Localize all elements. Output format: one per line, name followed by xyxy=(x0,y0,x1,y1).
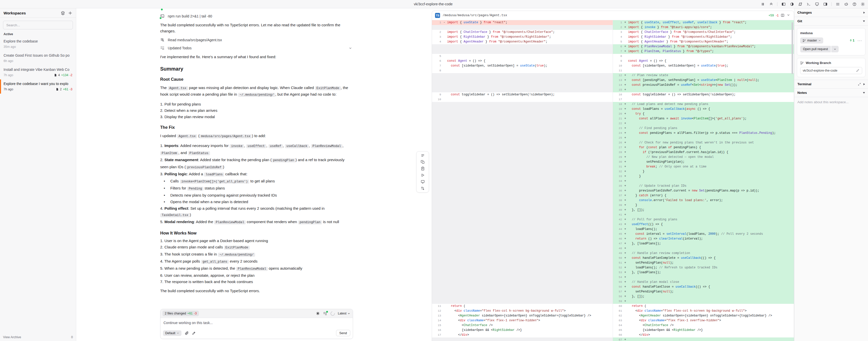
megaphone-icon[interactable] xyxy=(844,2,848,6)
titlebar: vk/3ccf-explore-the-code xyxy=(0,0,868,8)
terminal-icon[interactable] xyxy=(806,2,811,6)
monitor-icon[interactable] xyxy=(421,180,425,184)
tool-call-chip[interactable]: Read medusa/src/pages/Agent.tsx xyxy=(160,38,352,42)
diff-added-line: 52+ loadPlans(); // Refresh to update tr… xyxy=(613,266,794,270)
workspace-item[interactable]: Explore the codebase 35m ago xyxy=(0,37,76,51)
files-changed-chip[interactable]: 2 files changed +61 -3 xyxy=(162,311,199,316)
list-lines-icon[interactable] xyxy=(421,153,425,158)
workspaces-sidebar: Workspaces Active Explore the codebase 3… xyxy=(0,8,76,341)
diff-header: TS /medusa/medusa/src/pages/Agent.tsx +5… xyxy=(432,11,794,20)
highlighter-icon[interactable] xyxy=(192,331,196,335)
git-compare-icon[interactable] xyxy=(798,2,802,6)
notes-section-header[interactable]: Notes xyxy=(794,89,868,97)
diff-added-line: 22+ xyxy=(613,121,794,126)
menu-icon[interactable] xyxy=(835,2,840,6)
list-item: 1. Imports: Added necessary imports for … xyxy=(160,143,352,157)
diff-removed-line: 1-import { useState } from "react"; xyxy=(432,20,613,25)
paragraph: I've implemented the fix. Here's a summa… xyxy=(160,54,352,60)
workspace-item[interactable]: Install and integrate Vibe Kanban Web Co… xyxy=(0,65,76,80)
branch-selector[interactable]: master xyxy=(800,37,823,43)
diff-context-line: 12 <div className="flex flex-col h-scree… xyxy=(432,309,613,313)
workspace-item[interactable]: Create Good First Issues on Github So po… xyxy=(0,51,76,65)
diff-added-line: 34+ xyxy=(613,179,794,184)
edit-branch-icon[interactable] xyxy=(856,69,860,72)
list-item: 1. Poll for pending plans xyxy=(160,101,352,107)
diff-deletions: -1 xyxy=(776,14,779,17)
heading: Root Cause xyxy=(160,77,352,82)
diff-added-line: 29+ // New plan detected — open the moda… xyxy=(613,155,794,160)
contrast-icon[interactable] xyxy=(789,2,794,6)
pause-icon[interactable] xyxy=(761,2,765,6)
add-workspace-icon[interactable] xyxy=(68,11,72,15)
diff-added-line: 54+ xyxy=(613,275,794,280)
divider xyxy=(831,2,832,6)
view-archive-link[interactable]: View Archive xyxy=(3,335,21,339)
inline-code: PlanStatus xyxy=(188,151,210,155)
paragraph: The build completed successfully with no… xyxy=(160,22,352,34)
todos-status-icon[interactable] xyxy=(323,311,328,316)
working-branch-card: Working Branch vk/3ccf-explore-the-code xyxy=(797,58,865,77)
pull-request-options-icon[interactable] xyxy=(831,46,839,52)
search-input[interactable] xyxy=(6,23,70,27)
expand-icon[interactable] xyxy=(858,83,861,86)
diff-scrollbar[interactable] xyxy=(792,22,793,74)
open-pull-request-button[interactable]: Open pull request xyxy=(800,46,831,52)
more-actions-icon[interactable]: ··· xyxy=(858,38,862,42)
workspace-stats: 4+134-2 xyxy=(54,73,72,77)
mode-dropdown[interactable]: Default xyxy=(163,330,181,336)
chevron-down-icon[interactable] xyxy=(349,46,352,50)
changes-section-header[interactable]: Changes xyxy=(794,8,868,17)
panel-left-icon[interactable] xyxy=(781,2,786,6)
diff-added-line: 28+ if (!previousPlanIdsRef.current.has(… xyxy=(613,150,794,155)
swap-vertical-icon[interactable] xyxy=(421,186,425,190)
inline-code: loadPlans xyxy=(204,173,224,177)
monitor-icon[interactable] xyxy=(815,2,819,6)
working-branch-field[interactable]: vk/3ccf-explore-the-code xyxy=(800,67,862,74)
collapse-chevrons-icon[interactable] xyxy=(769,2,773,6)
play-icon[interactable] xyxy=(421,173,425,177)
message-input[interactable]: Continue working on this task... xyxy=(160,318,353,328)
notes-placeholder[interactable]: Add notes about this workspace... xyxy=(794,97,868,107)
collapse-file-icon[interactable] xyxy=(787,13,791,18)
split-view-icon[interactable] xyxy=(781,13,785,18)
workspace-title: Install and integrate Vibe Kanban Web Co xyxy=(4,67,72,71)
list-item: 5. When a new pending plan is detected, … xyxy=(160,265,352,272)
tool-call-chip[interactable]: Updated Todos xyxy=(160,46,352,50)
workspace-item[interactable]: Explore the codebase I want you to explo… xyxy=(0,80,76,94)
list-item: 4. Polling effect: Set up a polling inte… xyxy=(160,205,352,219)
copy-icon[interactable] xyxy=(421,160,425,164)
diff-added-line: 33+ } xyxy=(613,174,794,179)
git-section-header[interactable]: Git xyxy=(794,17,868,26)
spark-icon[interactable] xyxy=(316,311,320,316)
tool-call-label: Updated Todos xyxy=(168,46,192,50)
diff-context-line: 5import { AgentHeader } from "@/componen… xyxy=(613,39,794,44)
attach-icon[interactable] xyxy=(184,331,189,335)
todos-icon xyxy=(160,46,165,50)
inline-code: TaskDetail.tsx xyxy=(160,213,190,217)
diff-added-line: 48+ xyxy=(613,246,794,251)
clipboard-icon[interactable] xyxy=(421,166,425,171)
terminal-section-header[interactable]: Terminal xyxy=(794,80,868,89)
panel-right-icon[interactable] xyxy=(823,2,828,6)
tool-call-chip[interactable]: npm run build 2>&1 | tail -80 xyxy=(160,14,352,19)
send-button[interactable]: Send xyxy=(336,330,350,336)
layers-icon[interactable] xyxy=(61,11,65,15)
diff-context-line: 62 <AgentHeader sidebarOpen={sidebarOpen… xyxy=(613,313,794,318)
diff-added-line: 21+ const allPlans = await invoke<PlanIt… xyxy=(613,116,794,121)
diff-added-line: 18+ // Load plans and detect new pending… xyxy=(613,102,794,107)
commits-ahead-badge: 1 xyxy=(849,39,855,42)
help-icon[interactable] xyxy=(852,2,857,6)
diff-added-line: 67+ xyxy=(613,337,794,341)
diff-context-line: 66 </div> xyxy=(613,333,794,337)
workspace-search[interactable] xyxy=(3,21,73,29)
diff-added-line: 47+ }, [loadPlans]); xyxy=(613,241,794,246)
latest-dropdown[interactable]: Latest xyxy=(338,312,351,315)
diff-gap xyxy=(432,44,613,54)
settings-gear-icon[interactable] xyxy=(860,2,865,6)
diff-added-line: 27+ for (const plan of pendingPlans) { xyxy=(613,145,794,150)
paragraph: I updated Agent.tsx (medusa/src/pages/Ag… xyxy=(160,133,352,140)
inline-code: useEffect xyxy=(246,144,267,148)
diff-context-line: 9 const toggleSidebar = () => setSidebar… xyxy=(432,92,613,97)
typescript-file-icon: TS xyxy=(435,13,440,18)
diff-context-line: 8 xyxy=(432,68,613,73)
